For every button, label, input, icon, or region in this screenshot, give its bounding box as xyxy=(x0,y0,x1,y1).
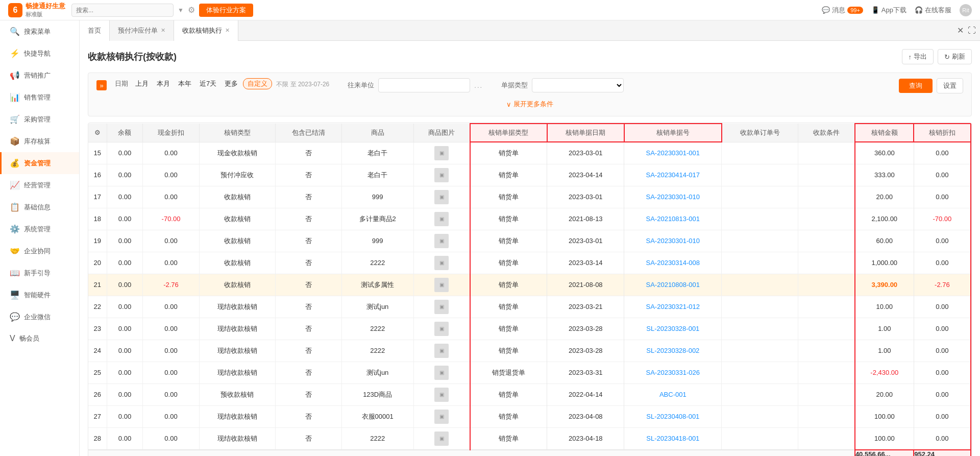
refresh-button[interactable]: ↻ 刷新 xyxy=(938,49,972,64)
td-doc-no[interactable]: SL-20230328-001 xyxy=(624,318,722,340)
export-button[interactable]: ↑ 导出 xyxy=(902,49,934,64)
sidebar-item-wechat[interactable]: 💬 企业微信 xyxy=(0,306,79,328)
app-download-item[interactable]: 📱 App下载 xyxy=(871,6,906,15)
sidebar-item-purchase[interactable]: 🛒 采购管理 xyxy=(0,108,79,130)
td-write-off-discount: 0.00 xyxy=(914,164,971,186)
td-receipt-order-no xyxy=(722,427,798,450)
gear-icon[interactable]: ⚙ xyxy=(188,5,195,15)
doc-type-label: 单据类型 xyxy=(501,81,528,90)
td-write-off-type: 现结收款核销 xyxy=(199,340,275,362)
user-avatar[interactable]: Rit xyxy=(960,4,972,16)
tab-expand-btn[interactable]: ⛶ xyxy=(968,26,976,35)
tab-home[interactable]: 首页 xyxy=(80,20,110,41)
th-write-off-type: 核销类型 xyxy=(199,124,275,142)
table-footer-row: 40,556,66... 952.24 xyxy=(88,450,971,457)
filter-actions: 查询 设置 xyxy=(899,78,963,93)
td-doc-no[interactable]: SA-20230301-001 xyxy=(624,142,722,164)
date-range: 上月 本月 本年 近7天 更多 自定义 xyxy=(132,78,272,89)
date-last-month[interactable]: 上月 xyxy=(132,78,152,89)
date-more[interactable]: 更多 xyxy=(222,78,241,89)
td-doc-type: 销货单 xyxy=(470,252,547,274)
sidebar-item-operations[interactable]: 📈 经营管理 xyxy=(0,174,79,196)
td-doc-no[interactable]: SL-20230328-002 xyxy=(624,340,722,362)
doc-no-link: SA-20230321-012 xyxy=(646,303,700,310)
td-receipt-order-no xyxy=(722,274,798,296)
td-include-settled: 否 xyxy=(276,274,342,296)
td-write-off-type: 现结收款核销 xyxy=(199,318,275,340)
td-product: 2222 xyxy=(341,340,413,362)
tab-writeoff[interactable]: 收款核销执行 ✕ xyxy=(174,20,238,41)
tab-close-writeoff[interactable]: ✕ xyxy=(225,27,230,34)
sidebar-item-finance[interactable]: 💰 资金管理 xyxy=(0,152,79,174)
td-doc-no[interactable]: SA-20230314-008 xyxy=(624,252,722,274)
td-doc-date: 2023-03-01 xyxy=(547,186,624,208)
date-7days[interactable]: 近7天 xyxy=(197,78,219,89)
td-write-off-discount: 0.00 xyxy=(914,142,971,164)
td-doc-no[interactable]: SA-20210813-001 xyxy=(624,208,722,230)
tab-close-prepay[interactable]: ✕ xyxy=(161,27,165,34)
sidebar-item-vip[interactable]: V 畅会员 xyxy=(0,328,79,349)
sidebar-item-system[interactable]: ⚙️ 系统管理 xyxy=(0,218,79,240)
td-doc-no[interactable]: SA-20230331-026 xyxy=(624,362,722,383)
query-button[interactable]: 查询 xyxy=(899,79,933,93)
message-item[interactable]: 💬 消息 99+ xyxy=(822,6,863,15)
expand-more-btn[interactable]: ∨ 展开更多条件 xyxy=(96,98,963,111)
td-product-image: ▣ xyxy=(413,164,470,186)
doc-type-select[interactable] xyxy=(532,78,624,92)
date-custom[interactable]: 自定义 xyxy=(243,78,272,89)
date-this-year[interactable]: 本年 xyxy=(175,78,194,89)
td-write-off-amount: 3,390.00 xyxy=(855,274,914,296)
doc-type-filter: 单据类型 xyxy=(501,78,624,92)
td-doc-no[interactable]: SA-20230321-012 xyxy=(624,296,722,318)
td-product-image: ▣ xyxy=(413,427,470,450)
industry-btn[interactable]: 体验行业方案 xyxy=(199,4,253,17)
td-doc-no[interactable]: SA-20230301-010 xyxy=(624,186,722,208)
partner-input[interactable] xyxy=(378,78,470,92)
sidebar-item-hardware[interactable]: 🖥️ 智能硬件 xyxy=(0,284,79,306)
td-receipt-condition xyxy=(798,164,855,186)
td-doc-no[interactable]: SL-20230418-001 xyxy=(624,427,722,450)
td-doc-no[interactable]: ABC-001 xyxy=(624,383,722,405)
sidebar-item-inventory[interactable]: 📦 库存核算 xyxy=(0,130,79,152)
dropdown-arrow-icon[interactable]: ▼ xyxy=(178,7,184,14)
td-doc-type: 销货单 xyxy=(470,142,547,164)
td-product-image: ▣ xyxy=(413,383,470,405)
td-doc-no[interactable]: SL-20230408-001 xyxy=(624,405,722,427)
date-this-month[interactable]: 本月 xyxy=(154,78,173,89)
tab-prepay[interactable]: 预付冲应付单 ✕ xyxy=(110,20,174,41)
sidebar-item-guide[interactable]: 📖 新手引导 xyxy=(0,262,79,284)
td-doc-type: 销货单 xyxy=(470,405,547,427)
partner-filter: 往来单位 ... xyxy=(348,78,483,92)
sidebar-item-basic-info[interactable]: 📋 基础信息 xyxy=(0,196,79,218)
th-settings[interactable]: ⚙ xyxy=(88,124,107,142)
td-doc-no[interactable]: SA-20210808-001 xyxy=(624,274,722,296)
sidebar-item-quick-nav[interactable]: ⚡ 快捷导航 xyxy=(0,42,79,64)
sidebar-item-sales[interactable]: 📊 销售管理 xyxy=(0,86,79,108)
partner-dots[interactable]: ... xyxy=(474,82,483,89)
td-product: 测试多属性 xyxy=(341,274,413,296)
table-row: 24 0.00 0.00 现结收款核销 否 2222 ▣ 销货单 2023-03… xyxy=(88,340,971,362)
brand-name: 畅捷通好生意 标准版 xyxy=(26,2,65,18)
td-product: 测试jun xyxy=(341,296,413,318)
td-include-settled: 否 xyxy=(276,208,342,230)
td-product-image: ▣ xyxy=(413,340,470,362)
sidebar-item-search[interactable]: 🔍 搜索菜单 xyxy=(0,20,79,42)
td-write-off-type: 收款核销 xyxy=(199,252,275,274)
message-badge: 99+ xyxy=(847,7,863,14)
sidebar-item-marketing[interactable]: 📢 营销推广 xyxy=(0,64,79,86)
td-write-off-type: 现结收款核销 xyxy=(199,427,275,450)
td-product-image: ▣ xyxy=(413,252,470,274)
td-doc-no[interactable]: SA-20230414-017 xyxy=(624,164,722,186)
sidebar-item-enterprise[interactable]: 🤝 企业协同 xyxy=(0,240,79,262)
table-row: 18 0.00 -70.00 收款核销 否 多计量商品2 ▣ 销货单 2021-… xyxy=(88,208,971,230)
tab-close-all-btn[interactable]: ✕ xyxy=(957,26,964,35)
filter-collapse-btn[interactable]: » xyxy=(96,80,107,90)
top-search-input[interactable] xyxy=(71,4,174,17)
td-product-image: ▣ xyxy=(413,208,470,230)
th-balance: 余额 xyxy=(107,124,143,142)
td-doc-no[interactable]: SA-20230301-010 xyxy=(624,230,722,252)
doc-no-link: SA-20230331-026 xyxy=(646,369,700,376)
td-doc-date: 2023-04-18 xyxy=(547,427,624,450)
online-service-item[interactable]: 🎧 在线客服 xyxy=(915,6,951,15)
setting-button[interactable]: 设置 xyxy=(937,78,963,93)
